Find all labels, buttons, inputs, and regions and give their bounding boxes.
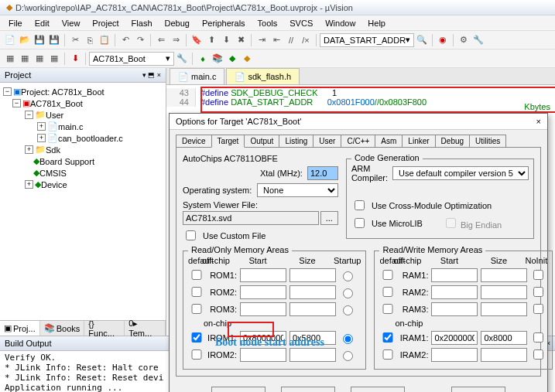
close-icon[interactable]: ×: [536, 117, 541, 126]
menu-svcs[interactable]: SVCS: [284, 17, 318, 29]
bookmark-icon[interactable]: 🔖: [190, 33, 204, 47]
rom1-size[interactable]: [289, 268, 336, 282]
ram2-start[interactable]: [431, 285, 478, 299]
svf-input[interactable]: [183, 211, 319, 225]
options-icon[interactable]: 🔧: [175, 52, 189, 66]
iram1-def-checkbox[interactable]: [382, 332, 393, 343]
menu-edit[interactable]: Edit: [29, 17, 55, 29]
ram3-start[interactable]: [431, 302, 478, 316]
ram3-size[interactable]: [481, 302, 527, 316]
menu-debug[interactable]: Debug: [159, 17, 195, 29]
tree-target[interactable]: −▣ AC781x_Boot: [0, 97, 166, 109]
bookmark-next-icon[interactable]: ⬇: [219, 33, 233, 47]
build-icon[interactable]: ▦: [3, 52, 17, 66]
bookmark-clear-icon[interactable]: ✖: [234, 33, 248, 47]
download-icon[interactable]: ⬇: [68, 52, 82, 66]
project-tree[interactable]: −▣ Project: AC781x_Boot −▣ AC781x_Boot −…: [0, 83, 166, 320]
tree-file-bootloader[interactable]: +📄 can_bootloader.c: [0, 132, 166, 144]
ram3-def-checkbox[interactable]: [382, 304, 393, 314]
ram1-start[interactable]: [431, 268, 478, 282]
rom2-def-checkbox[interactable]: [191, 287, 202, 297]
iram2-noinit[interactable]: [533, 349, 543, 360]
paste-icon[interactable]: 📋: [98, 33, 111, 47]
dtab-listing[interactable]: Listing: [279, 135, 313, 148]
dtab-target[interactable]: Target: [211, 135, 245, 148]
stopbuild-icon[interactable]: ▦: [47, 52, 61, 66]
debug-icon[interactable]: ◉: [436, 33, 450, 47]
tree-group-cmsis[interactable]: ◆ CMSIS: [0, 167, 166, 179]
books-icon[interactable]: 📚: [211, 52, 224, 66]
rom3-def-checkbox[interactable]: [191, 304, 202, 314]
tree-group-board[interactable]: ◆ Board Support: [0, 155, 166, 167]
dtab-asm[interactable]: Asm: [375, 135, 403, 148]
find-icon[interactable]: 🔍: [415, 33, 429, 47]
menu-window[interactable]: Window: [320, 17, 361, 29]
rom1-start[interactable]: [240, 268, 286, 282]
irom2-def-checkbox[interactable]: [191, 349, 202, 360]
tab-sdk-flash-h[interactable]: 📄sdk_flash.h: [226, 68, 300, 84]
rom3-size[interactable]: [289, 302, 336, 316]
dtab-cpp[interactable]: C/C++: [341, 135, 375, 148]
iram2-def-checkbox[interactable]: [382, 349, 393, 360]
xtal-input[interactable]: [307, 166, 338, 180]
tab-main-c[interactable]: 📄main.c: [170, 68, 224, 84]
save-icon[interactable]: 💾: [33, 33, 46, 47]
find-combo[interactable]: DATA_START_ADDR▾: [320, 33, 414, 47]
new-icon[interactable]: 📄: [3, 33, 17, 47]
iram2-start[interactable]: [431, 348, 478, 362]
irom2-startup[interactable]: [343, 351, 353, 361]
rom2-size[interactable]: [289, 285, 336, 299]
code-area[interactable]: 43 #define SDK_DEBUG_CHECK 1 44 #define …: [166, 85, 555, 110]
rom3-start[interactable]: [240, 302, 286, 316]
rom2-start[interactable]: [240, 285, 286, 299]
dtab-device[interactable]: Device: [176, 135, 212, 148]
wrench-icon[interactable]: 🔧: [471, 33, 485, 47]
rebuild-icon[interactable]: ▦: [18, 52, 32, 66]
iram2-size[interactable]: [481, 348, 527, 362]
menu-tools[interactable]: Tools: [252, 17, 283, 29]
help-button[interactable]: Help: [451, 387, 505, 392]
panel-menu-icon[interactable]: ▾ ⬒ ×: [142, 71, 161, 79]
config-icon[interactable]: ⚙: [457, 33, 471, 47]
os-select[interactable]: None: [257, 183, 338, 197]
menu-view[interactable]: View: [57, 17, 86, 29]
custom-file-checkbox[interactable]: [186, 230, 196, 240]
manage-icon[interactable]: ♦: [196, 52, 210, 66]
svf-browse-button[interactable]: ...: [320, 211, 338, 225]
copy-icon[interactable]: ⎘: [83, 33, 97, 47]
microlib-checkbox[interactable]: [355, 218, 365, 228]
cut-icon[interactable]: ✂: [68, 33, 82, 47]
nav-fwd-icon[interactable]: ⇒: [169, 33, 183, 47]
iram1-noinit[interactable]: [533, 332, 543, 343]
dtab-output[interactable]: Output: [244, 135, 279, 148]
tab-functions[interactable]: {} Func...: [84, 321, 125, 336]
buildall-icon[interactable]: ▦: [33, 52, 46, 66]
dtab-utilities[interactable]: Utilities: [469, 135, 506, 148]
cancel-button[interactable]: Cancel: [281, 387, 335, 392]
ram1-def-checkbox[interactable]: [382, 270, 393, 280]
menu-file[interactable]: File: [3, 17, 28, 29]
ram2-noinit[interactable]: [533, 287, 543, 297]
menu-peripherals[interactable]: Peripherals: [197, 17, 251, 29]
irom2-start[interactable]: [240, 348, 286, 362]
menu-project[interactable]: Project: [87, 17, 124, 29]
tree-file-main[interactable]: +📄 main.c: [0, 121, 166, 132]
tab-templates[interactable]: 0▸ Tem...: [125, 321, 166, 336]
nav-back-icon[interactable]: ⇐: [154, 33, 168, 47]
comment-icon[interactable]: //: [284, 33, 298, 47]
menu-flash[interactable]: Flash: [126, 17, 158, 29]
tree-group-sdk[interactable]: +📁 Sdk: [0, 144, 166, 155]
saveall-icon[interactable]: 💾: [47, 33, 61, 47]
tab-project[interactable]: ▣Proj...: [0, 321, 40, 336]
bookmark-prev-icon[interactable]: ⬆: [204, 33, 218, 47]
rom1-def-checkbox[interactable]: [191, 270, 202, 280]
ok-button[interactable]: OK: [211, 387, 266, 392]
xmod-checkbox[interactable]: [355, 200, 365, 210]
tab-books[interactable]: 📚Books: [40, 321, 85, 336]
iram1-start[interactable]: [431, 331, 478, 345]
rom3-startup[interactable]: [343, 305, 353, 315]
undo-icon[interactable]: ↶: [118, 33, 132, 47]
pack-icon[interactable]: ◆: [225, 52, 239, 66]
irom2-size[interactable]: [289, 348, 336, 362]
rom2-startup[interactable]: [343, 288, 353, 298]
